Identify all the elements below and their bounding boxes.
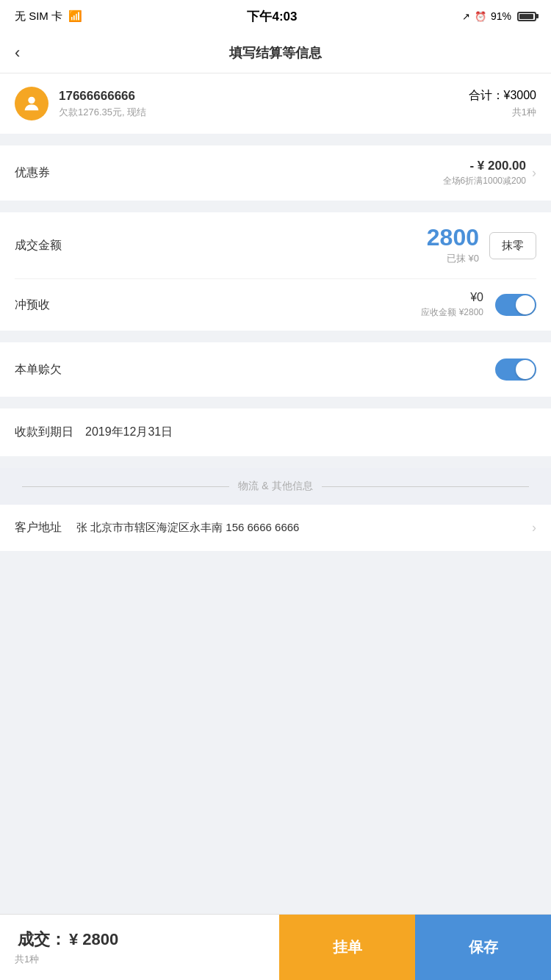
address-label: 客户地址 <box>15 520 62 536</box>
back-button[interactable]: ‹ <box>15 43 20 62</box>
debt-label: 本单赊欠 <box>15 362 62 378</box>
location-icon: ↗ <box>462 11 470 22</box>
prepay-row: 冲预收 ¥0 应收金额 ¥2800 <box>0 279 551 331</box>
bottom-deal-label: 成交：¥ 2800 <box>15 929 264 951</box>
hang-button[interactable]: 挂单 <box>279 915 415 980</box>
coupon-right: - ¥ 200.00 全场6折满1000减200 › <box>443 159 536 187</box>
deal-erased: 已抹 ¥0 <box>427 252 479 265</box>
bottom-deal-amount: ¥ 2800 <box>69 930 118 948</box>
customer-left: 17666666666 欠款1276.35元, 现结 <box>15 87 146 120</box>
prepay-label: 冲预收 <box>15 298 50 313</box>
debt-toggle[interactable] <box>495 359 536 381</box>
customer-right: 合计：¥3000 共1种 <box>469 88 537 119</box>
divider-line-right <box>322 486 529 487</box>
total-text: 合计： <box>469 89 504 101</box>
debt-row: 本单赊欠 <box>0 342 551 397</box>
deal-value-wrap: 2800 已抹 ¥0 <box>427 226 479 265</box>
customer-card: 17666666666 欠款1276.35元, 现结 合计：¥3000 共1种 <box>0 73 551 134</box>
bottom-count: 共1种 <box>15 953 264 966</box>
prepay-right: ¥0 应收金额 ¥2800 <box>421 291 536 319</box>
deal-amount: 2800 <box>427 226 479 249</box>
svg-point-0 <box>28 97 35 104</box>
address-value: 张 北京市市辖区海淀区永丰南 156 6666 6666 <box>76 519 532 536</box>
due-date-label: 收款到期日 <box>15 425 73 440</box>
deal-label: 成交金额 <box>15 238 62 253</box>
divider-line-left <box>22 486 229 487</box>
status-right: ↗ ⏰ 91% <box>462 10 536 22</box>
due-date-row: 收款到期日 2019年12月31日 <box>0 408 551 456</box>
address-row[interactable]: 客户地址 张 北京市市辖区海淀区永丰南 156 6666 6666 › <box>0 505 551 551</box>
deal-row: 成交金额 2800 已抹 ¥0 抹零 <box>0 212 551 278</box>
nav-bar: ‹ 填写结算等信息 <box>0 32 551 73</box>
deal-section: 成交金额 2800 已抹 ¥0 抹零 冲预收 ¥0 应收金额 ¥2800 <box>0 212 551 331</box>
customer-debt: 欠款1276.35元, 现结 <box>59 106 146 119</box>
address-chevron-icon: › <box>532 520 536 536</box>
item-count: 共1种 <box>469 106 537 119</box>
customer-phone: 17666666666 <box>59 89 146 104</box>
save-button[interactable]: 保存 <box>415 915 551 980</box>
due-date-value: 2019年12月31日 <box>85 425 173 440</box>
bottom-summary: 成交：¥ 2800 共1种 <box>0 915 279 980</box>
logistics-divider: 物流 & 其他信息 <box>0 468 551 505</box>
coupon-desc: 全场6折满1000减200 <box>443 175 526 187</box>
carrier-label: 无 SIM 卡 <box>15 10 62 24</box>
alarm-icon: ⏰ <box>475 11 486 22</box>
content: 17666666666 欠款1276.35元, 现结 合计：¥3000 共1种 … <box>0 73 551 777</box>
total-amount: ¥3000 <box>504 89 537 101</box>
coupon-section: 优惠券 - ¥ 200.00 全场6折满1000减200 › <box>0 145 551 201</box>
page-title: 填写结算等信息 <box>229 44 322 62</box>
deal-prefix: 成交： <box>18 930 66 948</box>
coupon-row[interactable]: 优惠券 - ¥ 200.00 全场6折满1000减200 › <box>0 145 551 201</box>
battery-icon <box>517 12 536 21</box>
coupon-value: - ¥ 200.00 <box>443 159 526 173</box>
status-left: 无 SIM 卡 📶 <box>15 10 82 24</box>
avatar <box>15 87 48 120</box>
content-spacer <box>0 557 551 704</box>
bottom-bar: 成交：¥ 2800 共1种 挂单 保存 <box>0 914 551 980</box>
prepay-toggle[interactable] <box>495 294 536 316</box>
customer-info: 17666666666 欠款1276.35元, 现结 <box>59 89 146 119</box>
prepay-value-wrap: ¥0 应收金额 ¥2800 <box>421 291 483 319</box>
total-label: 合计：¥3000 <box>469 88 537 104</box>
toggle-knob <box>516 295 535 314</box>
prepay-value: ¥0 <box>421 291 483 304</box>
divider-text: 物流 & 其他信息 <box>238 480 312 493</box>
debt-toggle-knob <box>516 360 535 379</box>
wifi-icon: 📶 <box>68 10 82 23</box>
status-bar: 无 SIM 卡 📶 下午4:03 ↗ ⏰ 91% <box>0 0 551 32</box>
battery-percent: 91% <box>491 10 511 22</box>
deal-right: 2800 已抹 ¥0 抹零 <box>427 226 536 265</box>
status-time: 下午4:03 <box>247 8 297 25</box>
round-button[interactable]: 抹零 <box>489 232 536 259</box>
prepay-receivable: 应收金额 ¥2800 <box>421 306 483 319</box>
chevron-right-icon: › <box>532 165 536 181</box>
coupon-label: 优惠券 <box>15 165 50 181</box>
